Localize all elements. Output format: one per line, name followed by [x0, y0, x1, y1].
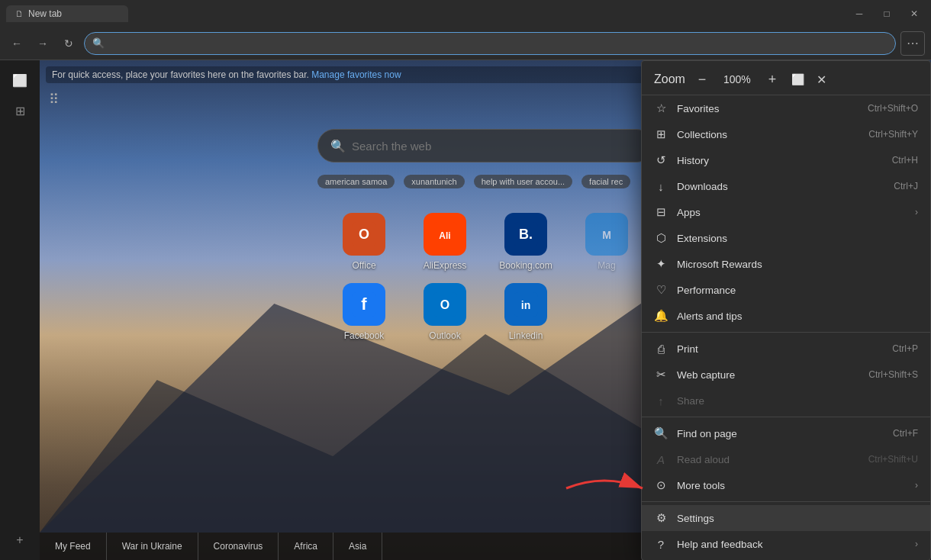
- menu-item-help[interactable]: ? Help and feedback ›: [642, 531, 930, 557]
- maximize-button[interactable]: □: [876, 3, 897, 24]
- svg-text:in: in: [521, 299, 530, 311]
- menu-close-button[interactable]: ✕: [813, 72, 830, 87]
- history-label: History: [677, 155, 883, 166]
- menu-item-favorites[interactable]: ☆ Favorites Ctrl+Shift+O: [642, 95, 930, 121]
- print-shortcut: Ctrl+P: [892, 343, 918, 354]
- history-shortcut: Ctrl+H: [892, 155, 918, 166]
- shortcut-icon-aliexpress: Ali: [424, 213, 466, 256]
- alerts-label: Alerts and tips: [677, 311, 918, 322]
- performance-label: Performance: [677, 285, 918, 296]
- close-button[interactable]: ✕: [904, 3, 925, 24]
- manage-favorites-link[interactable]: Manage favorites now: [311, 69, 401, 80]
- back-button[interactable]: ←: [6, 33, 27, 54]
- sidebar-add-button[interactable]: +: [6, 526, 34, 554]
- help-arrow: ›: [915, 539, 918, 549]
- news-item-africa[interactable]: Africa: [279, 533, 333, 560]
- shortcut-aliexpress[interactable]: Ali AliExpress: [411, 213, 479, 271]
- news-item-coronavirus[interactable]: Coronavirus: [198, 533, 279, 560]
- menu-item-print[interactable]: ⎙ Print Ctrl+P: [642, 336, 930, 362]
- zoom-value: 100%: [719, 73, 755, 85]
- sidebar-tab-button[interactable]: ⬜: [6, 66, 34, 94]
- customize-dots[interactable]: ⠿: [49, 91, 59, 108]
- svg-text:O: O: [359, 227, 369, 242]
- menu-item-history[interactable]: ↺ History Ctrl+H: [642, 147, 930, 173]
- find-label: Find on page: [677, 428, 884, 439]
- address-bar[interactable]: 🔍: [84, 32, 896, 55]
- menu-item-find-on-page[interactable]: 🔍 Find on page Ctrl+F: [642, 420, 930, 446]
- search-icon: 🔍: [92, 37, 105, 49]
- search-suggestions: american samoa xunantunich help with use…: [317, 169, 653, 195]
- shortcut-linkedin[interactable]: in Linkedin: [491, 283, 560, 341]
- shortcut-label-outlook: Outlook: [429, 330, 460, 341]
- browser-tab[interactable]: 🗋 New tab: [6, 5, 128, 22]
- news-item-asia[interactable]: Asia: [333, 533, 382, 560]
- zoom-expand-button[interactable]: ⬜: [789, 70, 807, 89]
- search-box-container: 🔍 american samoa xunantunich help with u…: [317, 129, 653, 163]
- tab-label: New tab: [28, 8, 62, 19]
- shortcut-label-mag: Mag: [598, 260, 615, 271]
- print-icon: ⎙: [654, 342, 668, 356]
- suggestion-4[interactable]: facial rec: [581, 175, 630, 188]
- menu-item-more-tools[interactable]: ⊙ More tools ›: [642, 472, 930, 498]
- search-box[interactable]: 🔍: [317, 129, 653, 163]
- menu-item-apps[interactable]: ⊟ Apps ›: [642, 199, 930, 225]
- svg-text:O: O: [440, 298, 449, 311]
- search-box-icon: 🔍: [330, 139, 346, 153]
- menu-item-settings[interactable]: ⚙ Settings: [642, 505, 930, 531]
- menu-item-extensions[interactable]: ⬡ Extensions: [642, 225, 930, 251]
- performance-icon: ♡: [654, 283, 668, 297]
- menu-item-downloads[interactable]: ↓ Downloads Ctrl+J: [642, 173, 930, 199]
- svg-text:Ali: Ali: [439, 230, 450, 241]
- nav-bar: ← → ↻ 🔍 ⋯: [0, 27, 931, 60]
- rewards-label: Microsoft Rewards: [677, 259, 918, 270]
- menu-item-web-capture[interactable]: ✂ Web capture Ctrl+Shift+S: [642, 362, 930, 388]
- sidebar-collections-button[interactable]: ⊞: [6, 97, 34, 124]
- menu-item-read-aloud: A Read aloud Ctrl+Shift+U: [642, 446, 930, 472]
- menu-item-alerts[interactable]: 🔔 Alerts and tips: [642, 303, 930, 329]
- browser-frame: 🗋 New tab ─ □ ✕ ← → ↻ 🔍 ⋯ ⬜ ⊞ +: [0, 0, 931, 560]
- alerts-icon: 🔔: [654, 309, 668, 323]
- refresh-button[interactable]: ↻: [58, 33, 79, 54]
- share-icon: ↑: [654, 394, 668, 407]
- favorites-shortcut: Ctrl+Shift+O: [868, 103, 918, 114]
- address-input[interactable]: [109, 37, 888, 49]
- news-item-ukraine[interactable]: War in Ukraine: [107, 533, 198, 560]
- more-tools-arrow: ›: [915, 480, 918, 491]
- more-button[interactable]: ⋯: [900, 31, 925, 56]
- menu-item-microsoft-rewards[interactable]: ✦ Microsoft Rewards: [642, 251, 930, 277]
- forward-button[interactable]: →: [32, 33, 53, 54]
- suggestion-2[interactable]: xunantunich: [404, 175, 464, 188]
- menu-item-collections[interactable]: ⊞ Collections Ctrl+Shift+Y: [642, 121, 930, 147]
- downloads-icon: ↓: [654, 179, 668, 193]
- tab-icon: 🗋: [15, 9, 24, 18]
- dropdown-menu: Zoom − 100% + ⬜ ✕ ☆ Favorites Ctrl+Shift…: [641, 60, 931, 560]
- collections-icon: ⊞: [654, 127, 668, 141]
- zoom-plus-button[interactable]: +: [762, 69, 783, 90]
- minimize-button[interactable]: ─: [849, 3, 870, 24]
- shortcut-office[interactable]: O Office: [330, 213, 398, 271]
- search-input[interactable]: [352, 140, 640, 153]
- print-label: Print: [677, 343, 883, 355]
- shortcut-mag[interactable]: M Mag: [572, 213, 641, 271]
- help-label: Help and feedback: [677, 539, 906, 550]
- more-tools-icon: ⊙: [654, 478, 668, 492]
- shortcut-icon-office: O: [343, 213, 385, 256]
- suggestion-1[interactable]: american samoa: [317, 175, 395, 188]
- shortcut-label-booking: Booking.com: [499, 260, 552, 271]
- shortcut-facebook[interactable]: f Facebook: [330, 283, 398, 341]
- zoom-minus-button[interactable]: −: [691, 69, 713, 90]
- menu-divider-3: [642, 501, 930, 502]
- settings-label: Settings: [677, 513, 918, 524]
- menu-item-performance[interactable]: ♡ Performance: [642, 277, 930, 303]
- shortcut-label-office: Office: [352, 260, 375, 271]
- shortcut-label-facebook: Facebook: [344, 330, 385, 341]
- shortcut-outlook[interactable]: O Outlook: [411, 283, 479, 341]
- shortcut-icon-linkedin: in: [504, 283, 547, 326]
- svg-text:M: M: [602, 229, 611, 241]
- suggestion-3[interactable]: help with user accou...: [474, 175, 572, 188]
- share-label: Share: [677, 395, 918, 407]
- shortcut-booking[interactable]: B. Booking.com: [491, 213, 560, 271]
- news-item-myfeed[interactable]: My Feed: [40, 533, 107, 560]
- apps-icon: ⊟: [654, 205, 668, 219]
- help-icon: ?: [654, 537, 668, 551]
